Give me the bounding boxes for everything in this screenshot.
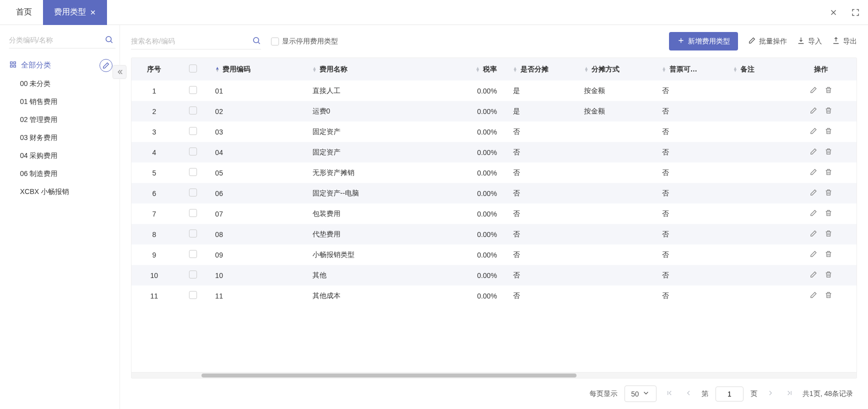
cell-checkbox[interactable] [177,80,210,101]
add-cost-type-button[interactable]: 新增费用类型 [669,32,738,50]
batch-ops-button[interactable]: 批量操作 [748,36,787,46]
table-row[interactable]: 202运费00.00%是按金额否 [132,101,856,122]
checkbox-icon[interactable] [189,270,197,278]
table-row[interactable]: 707包装费用0.00%否否 [132,204,856,224]
sidebar-item[interactable]: 02 管理费用 [18,111,116,129]
tab-cost-type[interactable]: 费用类型 ✕ [43,0,107,25]
show-disabled-checkbox[interactable]: 显示停用费用类型 [271,37,338,46]
th-name[interactable]: ▲▼费用名称 [306,58,436,80]
per-page-select[interactable]: 50 [624,386,656,402]
pager-next-button[interactable] [764,387,776,400]
delete-row-button[interactable] [824,188,832,198]
edit-row-button[interactable] [810,86,818,96]
edit-row-button[interactable] [810,148,818,157]
th-index[interactable]: 序号 [132,58,177,80]
cell-checkbox[interactable] [177,224,210,244]
checkbox-icon[interactable] [189,291,197,299]
export-button[interactable]: 导出 [832,36,857,46]
edit-row-button[interactable] [810,127,818,136]
checkbox-icon[interactable] [189,188,197,196]
sidebar-item[interactable]: 00 未分类 [18,75,116,93]
cell-index: 1 [132,80,177,101]
th-method[interactable]: ▲▼分摊方式 [578,58,656,80]
delete-row-button[interactable] [824,291,832,300]
scrollbar-thumb[interactable] [202,374,576,378]
delete-row-button[interactable] [824,148,832,157]
checkbox-icon[interactable] [189,148,197,156]
delete-row-button[interactable] [824,270,832,280]
delete-row-button[interactable] [824,250,832,260]
sidebar-search-input[interactable] [9,32,104,48]
th-invoice[interactable]: ▲▼普票可… [656,58,727,80]
collapse-sidebar-button[interactable] [112,65,126,79]
category-root[interactable]: 全部分类 [9,56,116,74]
tab-home[interactable]: 首页 [5,0,43,25]
edit-row-button[interactable] [810,188,818,198]
search-icon[interactable] [252,36,261,46]
table-row[interactable]: 909小畅报销类型0.00%否否 [132,244,856,265]
checkbox-icon[interactable] [189,86,197,94]
edit-row-button[interactable] [810,270,818,280]
checkbox-icon[interactable] [189,168,197,176]
checkbox-icon[interactable] [189,209,197,217]
table-row[interactable]: 1010其他0.00%否否 [132,265,856,286]
search-icon[interactable] [104,35,114,46]
sidebar-item[interactable]: 03 财务费用 [18,129,116,147]
cell-checkbox[interactable] [177,265,210,286]
edit-row-button[interactable] [810,168,818,178]
th-rate[interactable]: ▲▼税率 [436,58,506,80]
table-row[interactable]: 303固定资产0.00%否否 [132,122,856,142]
sidebar-item[interactable]: 06 制造费用 [18,165,116,183]
edit-row-button[interactable] [810,230,818,239]
cell-checkbox[interactable] [177,142,210,162]
table-row[interactable]: 1111其他成本0.00%否否 [132,286,856,306]
table-row[interactable]: 808代垫费用0.00%否否 [132,224,856,244]
horizontal-scrollbar[interactable] [132,372,856,378]
th-code[interactable]: ▲▼费用编码 [209,58,306,80]
cell-checkbox[interactable] [177,286,210,306]
delete-row-button[interactable] [824,230,832,239]
import-button[interactable]: 导入 [797,36,822,46]
pager-prev-button[interactable] [682,387,694,400]
close-icon[interactable]: ✕ [90,8,96,16]
th-note[interactable]: ▲▼备注 [727,58,786,80]
checkbox-icon[interactable] [189,230,197,238]
th-checkbox[interactable] [177,58,210,80]
table-row[interactable]: 101直接人工0.00%是按金额否 [132,80,856,101]
table-row[interactable]: 505无形资产摊销0.00%否否 [132,162,856,183]
edit-row-button[interactable] [810,209,818,218]
checkbox-icon[interactable] [189,106,197,114]
th-share[interactable]: ▲▼是否分摊 [507,58,578,80]
sidebar-item[interactable]: 04 采购费用 [18,147,116,165]
delete-row-button[interactable] [824,168,832,178]
page-input[interactable] [716,386,744,402]
cell-checkbox[interactable] [177,101,210,122]
checkbox-icon[interactable] [189,250,197,258]
delete-row-button[interactable] [824,86,832,96]
cell-checkbox[interactable] [177,204,210,224]
close-panel-icon[interactable] [826,5,841,20]
pager-first-button[interactable] [664,387,676,400]
checkbox-icon[interactable] [189,64,197,72]
table-scroll[interactable]: 序号 ▲▼费用编码 ▲▼费用名称 ▲▼税率 ▲▼是否分摊 ▲▼分摊方式 ▲▼普票… [132,58,856,378]
sidebar-item[interactable]: XCBX 小畅报销 [18,183,116,201]
sidebar-item[interactable]: 01 销售费用 [18,93,116,111]
cell-checkbox[interactable] [177,122,210,142]
delete-row-button[interactable] [824,106,832,116]
edit-row-button[interactable] [810,250,818,260]
edit-row-button[interactable] [810,106,818,116]
cell-checkbox[interactable] [177,244,210,265]
delete-row-button[interactable] [824,209,832,218]
cell-share: 是 [507,80,578,101]
table-row[interactable]: 606固定资产--电脑0.00%否否 [132,183,856,204]
pager-last-button[interactable] [784,387,796,400]
fullscreen-icon[interactable] [848,5,863,20]
cell-checkbox[interactable] [177,183,210,204]
table-search-input[interactable] [131,33,252,49]
table-row[interactable]: 404固定资产0.00%否否 [132,142,856,162]
delete-row-button[interactable] [824,127,832,136]
edit-category-button[interactable] [100,59,112,72]
checkbox-icon[interactable] [189,127,197,135]
edit-row-button[interactable] [810,291,818,300]
cell-checkbox[interactable] [177,162,210,183]
